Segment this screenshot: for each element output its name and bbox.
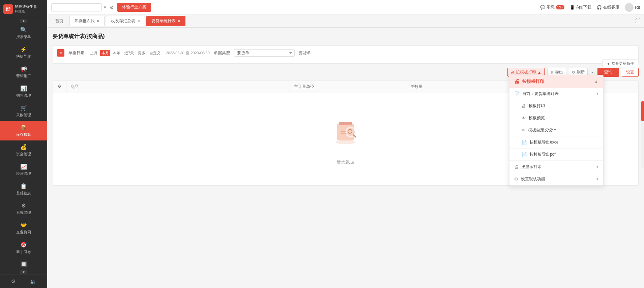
current-template-chevron: ▾ [596,92,598,96]
marketing-icon: 📢 [20,66,27,72]
date-buttons: 上月 本月 本年 近7天 更多 自定义 [89,50,162,56]
speaker-icon[interactable]: 🔈 [30,278,37,285]
avatar [625,3,634,12]
tab-maximize-icon[interactable]: ⛶ [635,18,641,24]
print-dropdown-panel: 🖨 按模板打印 ▲ 📄 当前：要货单统计表 ▾ 🖨 模板打印 👁 模板预览 [509,75,604,186]
sidebar-item-system[interactable]: ⚙ 系统管理 [0,199,47,219]
tab-close-order-stats[interactable]: ✕ [178,19,180,23]
more-btn[interactable]: ··· [590,69,595,75]
svg-rect-7 [341,129,347,129]
template-design-icon: ✏ [522,128,525,133]
sales-icon: 📊 [20,85,27,92]
app-download-btn[interactable]: 📱 App下载 [570,4,591,10]
col-product: 商品 [66,81,290,93]
date-btn-7days[interactable]: 近7天 [123,50,135,56]
expand-icon: ▼ [607,61,610,65]
empty-text: 暂无数据 [337,159,354,165]
user-area[interactable]: Rit [625,3,640,12]
sidebar-item-operations[interactable]: 📈 经营管理 [0,160,47,180]
date-btn-this-year[interactable]: 本年 [112,50,122,56]
tab-inventory-batch[interactable]: 库存批次账 ✕ [69,16,105,26]
set-default-chevron: ▾ [596,177,598,181]
trial-btn[interactable]: 体验行业方案 [117,3,151,12]
template-icon: 📄 [514,91,520,96]
type-select[interactable]: 要货单 [234,49,295,57]
sidebar-item-inventory[interactable]: 📦 库存核算 [0,121,47,140]
logo-icon: 好 [3,4,13,14]
appcenter-icon: 🔲 [20,261,27,267]
sidebar-item-sales[interactable]: 📊 销售管理 [0,82,47,101]
scroll-up-btn[interactable]: ▲ [20,19,27,23]
template-preview-icon: 👁 [522,116,526,121]
topbar-search-area: ▾ [51,3,106,11]
date-btn-custom[interactable]: 自定义 [148,50,162,56]
right-scrollbar[interactable] [641,101,644,168]
display-print-chevron: ▾ [596,165,598,169]
tab-order-stats[interactable]: 要货单统计表 ✕ [146,16,185,26]
sidebar-item-basic-info[interactable]: 📋 基础信息 [0,180,47,199]
scrollbar-thumb[interactable] [641,101,644,121]
dropdown-template-design[interactable]: ✏ 模板自定义设计 [509,124,603,136]
search-icon: 🔍 [20,27,27,33]
sidebar-item-guide[interactable]: 🎯 新手引导 [0,238,47,258]
settings-btn[interactable]: 设置 [622,68,639,77]
filter-collapse-btn[interactable]: « [57,49,64,57]
date-btn-last-month[interactable]: 上月 [89,50,99,56]
cooperation-icon: 🤝 [20,222,27,228]
tab-close-inventory-batch[interactable]: ✕ [97,19,99,23]
settings-icon[interactable]: ⚙ [11,278,16,285]
print-icon: 🖨 [510,70,515,75]
display-print-icon: 🖨 [514,164,519,169]
col-quantity: 主数量 [406,81,522,93]
yaohuodan-label: 要货单 [299,50,311,56]
dropdown-title: 🖨 按模板打印 [514,78,544,85]
empty-illustration [329,114,362,154]
guide-icon: 🎯 [20,242,27,248]
sidebar-item-quick-nav[interactable]: ⚡ 快捷导航 [0,43,47,62]
dropdown-display-print[interactable]: 🖨 按显示打印 ▾ [509,161,603,173]
dropdown-arrow-icon[interactable]: ▾ [104,5,106,10]
topbar-gear-icon[interactable]: ⚙ [110,5,114,10]
refresh-icon: ↻ [572,70,575,75]
expand-more-btn[interactable]: ▼ 展开更多条件 [602,60,638,67]
svg-rect-2 [339,122,352,125]
sidebar-item-purchase[interactable]: 🛒 采购管理 [0,101,47,121]
app-name: 畅捷通好生意 标准版 [15,4,37,14]
date-btn-this-month[interactable]: 本月 [100,50,110,56]
sidebar-item-cooperation[interactable]: 🤝 企业协同 [0,219,47,238]
dropdown-template-excel[interactable]: 📄 按模板导出excel [509,136,603,149]
online-service-btn[interactable]: 🎧 在线客服 [597,4,619,10]
svg-point-0 [335,140,356,144]
dropdown-template-print[interactable]: 🖨 模板打印 [509,100,603,112]
dropdown-template-pdf[interactable]: 📄 按模板导出pdf [509,149,603,161]
topbar: ▾ ⚙ 体验行业方案 💬 消息 99+ 📱 App下载 🎧 在线客服 Rit [47,0,644,15]
message-btn[interactable]: 💬 消息 99+ [540,4,564,10]
dropdown-set-default[interactable]: ⚙ 设置默认功能 ▾ [509,173,603,185]
dropdown-close-btn[interactable]: ▲ [594,79,598,84]
sidebar-item-marketing[interactable]: 📢 营销推广 [0,62,47,82]
dropdown-current-template[interactable]: 📄 当前：要货单统计表 ▾ [509,88,603,100]
main-area: ▾ ⚙ 体验行业方案 💬 消息 99+ 📱 App下载 🎧 在线客服 Rit [47,0,644,288]
svg-rect-8 [341,131,346,132]
sidebar-bottom: ⚙ 🔈 [0,275,47,288]
date-btn-more[interactable]: 更多 [137,50,147,56]
svg-rect-9 [341,133,347,134]
tab-receipt-summary[interactable]: 收发存汇总表 ✕ [106,16,145,26]
sidebar: 好 畅捷通好生意 标准版 ▲ 🔍 搜索菜单 ⚡ 快捷导航 📢 营销推广 📊 销售… [0,0,47,288]
sidebar-item-finance[interactable]: 💰 资金管理 [0,140,47,160]
basicinfo-icon: 📋 [20,183,27,189]
sidebar-item-app-center[interactable]: 🔲 应用中心 [0,258,47,269]
tab-close-receipt-summary[interactable]: ✕ [137,19,140,23]
col-settings[interactable]: ⚙ [53,81,66,93]
app-logo: 好 畅捷通好生意 标准版 [0,0,47,18]
scroll-down-btn[interactable]: ▼ [20,270,27,274]
message-icon: 💬 [540,5,545,10]
template-excel-icon: 📄 [522,140,527,145]
sidebar-nav: 🔍 搜索菜单 ⚡ 快捷导航 📢 营销推广 📊 销售管理 🛒 采购管理 📦 库存核… [0,23,47,269]
print-chevron-icon: ▲ [537,70,541,75]
quicknav-icon: ⚡ [20,46,27,53]
search-input[interactable] [51,3,102,11]
tab-home[interactable]: 首页 [51,16,68,26]
dropdown-template-preview[interactable]: 👁 模板预览 [509,112,603,124]
sidebar-item-search[interactable]: 🔍 搜索菜单 [0,23,47,43]
